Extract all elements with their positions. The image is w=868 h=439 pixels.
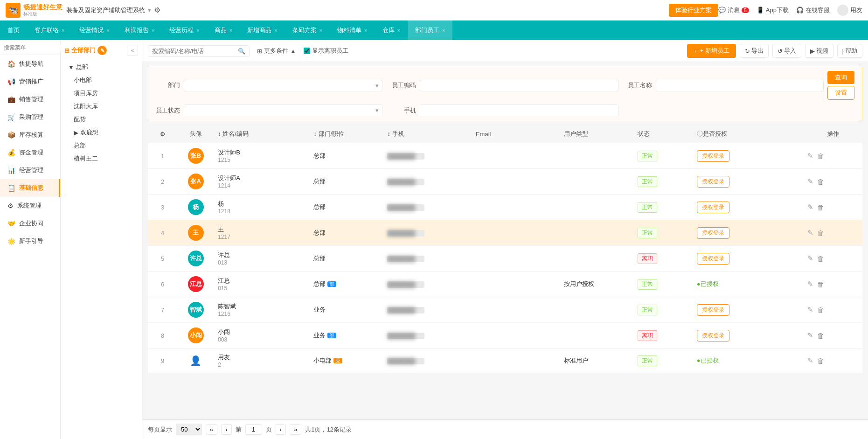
close-icon[interactable]: ×	[152, 28, 154, 33]
edit-button[interactable]: ✎	[807, 229, 813, 237]
edit-button[interactable]: ✎	[807, 203, 813, 211]
empname-input[interactable]	[656, 80, 824, 91]
system-dropdown-icon[interactable]: ▾	[148, 7, 151, 14]
nav-tab-goods[interactable]: 商品 ×	[207, 21, 240, 40]
empstatus-select[interactable]	[184, 105, 382, 116]
empcode-input[interactable]	[420, 80, 618, 91]
delete-button[interactable]: 🗑	[817, 357, 824, 365]
auth-login-button[interactable]: 授权登录	[697, 176, 729, 188]
view-button[interactable]: ▶ 视频	[805, 44, 833, 58]
dept-item-xiaodibu[interactable]: 小电部	[64, 74, 138, 87]
sidebar-item-business[interactable]: 📊 经营管理	[0, 161, 60, 179]
close-icon[interactable]: ×	[62, 28, 64, 33]
auth-login-button[interactable]: 授权登录	[697, 150, 729, 162]
nav-tab-barcode[interactable]: 条码方案 ×	[285, 21, 330, 40]
edit-button[interactable]: ✎	[807, 356, 813, 365]
delete-button[interactable]: 🗑	[817, 203, 824, 211]
auth-login-button[interactable]: 授权登录	[697, 227, 729, 239]
sidebar-item-collab[interactable]: 🤝 企业协同	[0, 215, 60, 232]
sidebar-item-marketing[interactable]: 📢 营销推广	[0, 73, 60, 91]
dept-tree-collapse[interactable]: «	[127, 45, 138, 56]
sidebar-item-inventory[interactable]: 📦 库存核算	[0, 126, 60, 144]
info-icon-auth[interactable]: ⓘ	[697, 130, 703, 137]
show-resigned-checkbox[interactable]	[304, 48, 310, 54]
show-resigned-checkbox-area[interactable]: 显示离职员工	[304, 47, 348, 55]
next-page-btn[interactable]: ›	[276, 424, 286, 435]
close-icon[interactable]: ×	[274, 28, 277, 33]
dept-item-shenyang[interactable]: 沈阳大库	[64, 100, 138, 113]
dept-item-zongbu-child[interactable]: 总部	[64, 139, 138, 152]
export-button[interactable]: ↻ 导出	[740, 44, 769, 58]
dept-edit-icon[interactable]: ✎	[97, 46, 107, 55]
sidebar-item-basic[interactable]: 📋 基础信息	[0, 179, 60, 197]
query-button[interactable]: 查询	[827, 71, 854, 84]
online-service-action[interactable]: 🎧 在线客服	[796, 6, 830, 14]
edit-button[interactable]: ✎	[807, 254, 813, 263]
dept-item-shuanglu[interactable]: ▶ 双鹿想	[64, 126, 138, 139]
delete-button[interactable]: 🗑	[817, 255, 824, 263]
delete-button[interactable]: 🗑	[817, 306, 824, 314]
add-employee-button[interactable]: + + 新增员工	[687, 44, 736, 58]
sidebar-item-finance[interactable]: 💰 资金管理	[0, 144, 60, 161]
nav-tab-new-goods[interactable]: 新增商品 ×	[240, 21, 285, 40]
edit-button[interactable]: ✎	[807, 177, 813, 186]
search-input[interactable]	[152, 48, 236, 55]
first-page-btn[interactable]: «	[206, 424, 217, 435]
dept-item-xiangmu[interactable]: 项目库房	[64, 87, 138, 100]
sidebar-item-purchase[interactable]: 🛒 采购管理	[0, 108, 60, 126]
help-button[interactable]: | 帮助	[837, 44, 862, 58]
edit-button[interactable]: ✎	[807, 306, 813, 314]
delete-button[interactable]: 🗑	[817, 178, 824, 186]
nav-tab-operation[interactable]: 经营情况 ×	[72, 21, 117, 40]
delete-button[interactable]: 🗑	[817, 332, 824, 340]
sidebar-item-system[interactable]: ⚙ 系统管理	[0, 197, 60, 215]
dept-select[interactable]	[184, 80, 382, 91]
dept-item-zhishu[interactable]: 植树王二	[64, 152, 138, 165]
close-icon[interactable]: ×	[106, 28, 109, 33]
delete-button[interactable]: 🗑	[817, 229, 824, 237]
dept-item-zongbu-parent[interactable]: ▼ 总部	[64, 61, 138, 74]
page-number-input[interactable]	[245, 424, 262, 435]
auth-login-button[interactable]: 授权登录	[697, 202, 729, 213]
close-icon[interactable]: ×	[364, 28, 367, 33]
close-icon[interactable]: ×	[319, 28, 322, 33]
nav-tab-home[interactable]: 首页	[0, 21, 27, 40]
message-action[interactable]: 💬 消息 5	[718, 6, 749, 14]
close-icon[interactable]: ×	[442, 28, 445, 33]
close-icon[interactable]: ×	[196, 28, 199, 33]
page-size-select[interactable]: 50 100 200	[176, 424, 202, 435]
edit-button[interactable]: ✎	[807, 152, 813, 160]
user-action[interactable]: 用友	[837, 5, 862, 16]
nav-tab-profit[interactable]: 利润报告 ×	[117, 21, 162, 40]
set-button[interactable]: 设置	[827, 86, 854, 100]
sort-icon-dept[interactable]: ↕	[313, 130, 317, 137]
nav-tab-customer[interactable]: 客户联络 ×	[27, 21, 72, 40]
last-page-btn[interactable]: »	[290, 424, 301, 435]
import-button[interactable]: ↺ 导入	[772, 44, 801, 58]
gear-button[interactable]: ⚙	[154, 6, 160, 14]
dept-item-peihuo[interactable]: 配货	[64, 113, 138, 126]
delete-button[interactable]: 🗑	[817, 152, 824, 160]
nav-tab-dept-staff[interactable]: 部门员工 ×	[408, 21, 452, 40]
app-download-action[interactable]: 📱 App下载	[757, 6, 789, 14]
phone-input[interactable]	[420, 105, 618, 116]
close-icon[interactable]: ×	[397, 28, 400, 33]
auth-login-button[interactable]: 授权登录	[697, 304, 729, 316]
sidebar-item-guide[interactable]: 🌟 新手引导	[0, 232, 60, 250]
delete-button[interactable]: 🗑	[817, 280, 824, 288]
more-conditions-btn[interactable]: ⊞ 更多条件 ▲	[253, 45, 300, 57]
sort-icon-phone[interactable]: ↕	[387, 130, 390, 137]
sort-icon-name[interactable]: ↕	[218, 130, 221, 137]
nav-tab-history[interactable]: 经营历程 ×	[162, 21, 207, 40]
sidebar-item-quicknav[interactable]: 🏠 快捷导航	[0, 55, 60, 73]
auth-login-button[interactable]: 授权登录	[697, 253, 729, 265]
settings-icon[interactable]: ⚙	[160, 131, 166, 138]
nav-tab-bom[interactable]: 物料清单 ×	[330, 21, 375, 40]
sidebar-item-sales[interactable]: 💼 销售管理	[0, 91, 60, 108]
auth-login-button[interactable]: 授权登录	[697, 330, 729, 341]
close-icon[interactable]: ×	[229, 28, 232, 33]
edit-button[interactable]: ✎	[807, 280, 813, 288]
trial-button[interactable]: 体验行业方案	[669, 4, 718, 17]
prev-page-btn[interactable]: ‹	[221, 424, 231, 435]
nav-tab-warehouse[interactable]: 仓库 ×	[375, 21, 408, 40]
